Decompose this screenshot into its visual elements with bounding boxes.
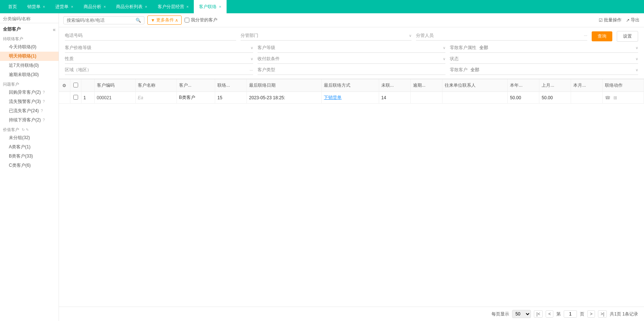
filter-customer-grade: 客户等级 ∨ [258, 45, 446, 53]
col-last-contact-method[interactable]: 最后联络方式 [322, 79, 379, 92]
export-icon: ↗ [626, 18, 630, 23]
col-checkbox[interactable] [70, 79, 81, 92]
col-no-contact[interactable]: 未联... [379, 79, 410, 92]
nav-sales-order[interactable]: 销货单 × [22, 0, 50, 13]
next-page-button[interactable]: > [587, 310, 595, 318]
col-this-year[interactable]: 本年... [508, 79, 539, 92]
sidebar-search-area: 🔍 [0, 13, 59, 23]
filter-icon: ▼ [151, 18, 155, 23]
gender-dropdown-icon[interactable]: ∨ [251, 57, 253, 61]
row-checkbox[interactable] [70, 92, 81, 104]
payment-dropdown-icon[interactable]: ∨ [443, 57, 445, 61]
top-nav: 首页 销货单 × 进货单 × 商品分析 × 商品分析列表 × 客户分层经营 × … [0, 0, 644, 13]
customer-level-dropdown-icon[interactable]: ∨ [251, 46, 253, 50]
col-contacts[interactable]: 联络... [215, 79, 247, 92]
nav-home[interactable]: 首页 [3, 0, 22, 13]
search-icon[interactable]: 🔍 [136, 18, 141, 23]
sidebar-all-customers[interactable]: 全部客户 « [0, 23, 59, 34]
toolbar-right: ☑ 批量操作 ↗ 导出 [599, 17, 640, 23]
col-settings[interactable]: ⚙ [59, 79, 70, 92]
contact-action-icon[interactable]: ☎ [605, 95, 610, 100]
filter-dept: 分管部门 ∨ [241, 32, 412, 41]
sidebar-item-class-a[interactable]: A类客户(1) [0, 142, 59, 152]
row-last-month: 50.00 [539, 92, 571, 104]
export-button[interactable]: ↗ 导出 [626, 17, 640, 23]
col-type[interactable]: 客户... [176, 79, 215, 92]
col-last-contact-date[interactable]: 最后联络日期 [247, 79, 322, 92]
last-page-button[interactable]: >| [598, 310, 607, 318]
customer-table: ⚙ 客户编码 客户名称 客户... 联络... [59, 79, 644, 104]
search-input[interactable] [67, 18, 136, 23]
phone-input[interactable] [85, 33, 236, 38]
sidebar-item-repeat-abnormal[interactable]: 回购异常客户(2) ? [0, 88, 59, 97]
nav-customer-segmentation[interactable]: 客户分层经营 × [153, 0, 194, 13]
filter-row-4: 区域（地区） ··· 客户类型 零散客户 全部 ∨ [65, 67, 638, 75]
close-product-analysis-list-icon[interactable]: × [145, 4, 147, 9]
filter-row-1: 电话号码 分管部门 ∨ 分管人员 ··· 查询 设置 [65, 31, 638, 42]
status-dropdown-icon[interactable]: ∨ [636, 57, 638, 61]
row-type: B类客户 [176, 92, 215, 104]
close-product-analysis-icon[interactable]: × [104, 4, 106, 9]
my-customers-checkbox[interactable]: 我分管的客户 [185, 17, 217, 23]
close-purchase-order-icon[interactable]: × [71, 4, 73, 9]
row-code[interactable]: 000021 [94, 92, 136, 104]
col-name[interactable]: 客户名称 [136, 79, 177, 92]
sidebar-group-problem: 问题客户 [0, 79, 59, 88]
sidebar-search-input[interactable] [3, 16, 58, 21]
more-action-icon[interactable]: ⊞ [613, 95, 617, 100]
row-contacts: 15 [215, 92, 247, 104]
close-customer-segmentation-icon[interactable]: × [186, 4, 189, 9]
close-customer-contact-icon[interactable]: × [219, 4, 221, 9]
row-no-contact: 14 [379, 92, 410, 104]
query-button[interactable]: 查询 [592, 31, 612, 41]
filter-retail-attr: 零散客户属性 全部 ∨ [450, 45, 638, 53]
customer-grade-dropdown-icon[interactable]: ∨ [443, 46, 445, 50]
filter-person: 分管人员 ··· [416, 32, 587, 41]
row-unit-contact [442, 92, 507, 104]
sidebar-item-today-contact[interactable]: 今天待联络(0) [0, 42, 59, 52]
sidebar-item-continuous-down[interactable]: 持续下滑客户(2) ? [0, 115, 59, 125]
sidebar-item-unclassified[interactable]: 未分组(32) [0, 133, 59, 142]
col-unit-contact[interactable]: 往来单位联系人 [442, 79, 507, 92]
page-input[interactable] [564, 310, 577, 318]
sidebar-item-lost-warning[interactable]: 流失预警客户(3) ? [0, 97, 59, 106]
person-more-icon[interactable]: ··· [584, 33, 587, 38]
nav-product-analysis[interactable]: 商品分析 × [78, 0, 111, 13]
toolbar: 🔍 ▼ 更多条件 ∧ 我分管的客户 ☑ 批量操作 ↗ 导出 [59, 13, 644, 27]
retail-attr-dropdown-icon[interactable]: ∨ [636, 46, 638, 50]
my-customers-check[interactable] [185, 18, 189, 23]
nav-purchase-order[interactable]: 进货单 × [50, 0, 78, 13]
sidebar-item-lost[interactable]: 已流失客户(24) ? [0, 106, 59, 115]
col-code[interactable]: 客户编码 [94, 79, 136, 92]
filter-more-button[interactable]: ▼ 更多条件 ∧ [147, 15, 182, 25]
first-page-button[interactable]: |< [534, 310, 543, 318]
sidebar-item-week-contact[interactable]: 近7天待联络(0) [0, 61, 59, 70]
reset-button[interactable]: 设置 [617, 31, 638, 42]
nav-product-analysis-list[interactable]: 商品分析列表 × [111, 0, 152, 13]
col-overdue[interactable]: 逾期... [410, 79, 442, 92]
sidebar-item-overdue-contact[interactable]: 逾期未联络(30) [0, 70, 59, 79]
prev-page-button[interactable]: < [546, 310, 553, 318]
sidebar-item-class-b[interactable]: B类客户(33) [0, 152, 59, 161]
sidebar-item-class-c[interactable]: C类客户(6) [0, 161, 59, 170]
filter-payment: 收付款条件 ∨ [258, 56, 446, 64]
retail-customer-dropdown-icon[interactable]: ∨ [636, 68, 638, 72]
checkbox-icon: ☑ [599, 18, 603, 23]
col-last-month[interactable]: 上月... [539, 79, 571, 92]
table-footer: 每页显示 50 100 |< < 第 页 > >| 共1页 1条记录 [59, 307, 644, 321]
page-size-select[interactable]: 50 100 [512, 310, 531, 318]
filter-row-2: 客户价格等级 ∨ 客户等级 ∨ 零散客户属性 全部 ∨ [65, 45, 638, 53]
select-all-checkbox[interactable] [73, 83, 78, 87]
region-more-icon[interactable]: ··· [250, 68, 253, 72]
dept-dropdown-icon[interactable]: ∨ [409, 34, 412, 38]
col-action: 联络动作 [603, 79, 644, 92]
close-sales-order-icon[interactable]: × [43, 4, 45, 9]
nav-customer-contact[interactable]: 客户联络 × [194, 0, 226, 13]
filter-region: 区域（地区） ··· [65, 67, 253, 75]
row-last-contact-method[interactable]: 下销货单 [322, 92, 379, 104]
sidebar-item-tomorrow-contact[interactable]: 明天待联络(1) [0, 52, 59, 61]
col-this-month[interactable]: 本月... [571, 79, 603, 92]
batch-op-button[interactable]: ☑ 批量操作 [599, 17, 622, 23]
table-wrapper: ⚙ 客户编码 客户名称 客户... 联络... [59, 79, 644, 307]
row-action: ☎ ⊞ [603, 92, 644, 104]
